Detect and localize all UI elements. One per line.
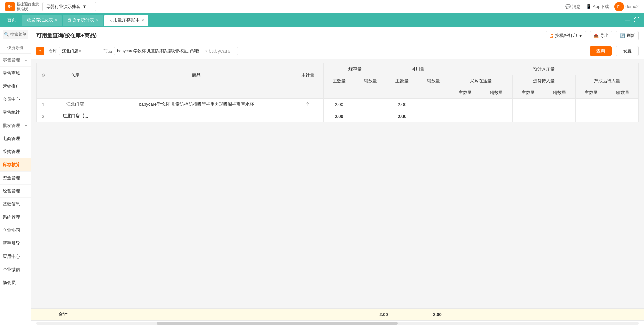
enterprise-selector[interactable]: 母婴行业演示账套 ▼ bbox=[42, 2, 96, 11]
inventory-table: ⚙ 仓库 商品 主计量 现存量 可用量 预计入库量 主数量 辅数量 主数量 辅数… bbox=[36, 63, 639, 122]
message-button[interactable]: 💬 消息 bbox=[565, 4, 581, 10]
tab-available-inventory[interactable]: 可用量库存账本 × bbox=[104, 15, 148, 26]
th-product: 商品 bbox=[101, 63, 292, 87]
sidebar-item-member-center[interactable]: 会员中心 bbox=[0, 93, 31, 106]
warehouse-tag-close-button[interactable]: × bbox=[79, 49, 81, 53]
row-incoming-aux-1 bbox=[544, 99, 576, 110]
footer-current-main: 2.00 bbox=[370, 312, 397, 317]
refresh-button[interactable]: 🔄 刷新 bbox=[616, 31, 639, 40]
print-button[interactable]: 🖨 按模板打印 ▼ bbox=[546, 31, 586, 40]
row-proc-transit-aux-2 bbox=[481, 110, 513, 122]
nav-maximize-button[interactable]: ⛶ bbox=[632, 16, 641, 25]
product-tag-close-button[interactable]: × bbox=[205, 49, 207, 53]
sidebar-item-marketing[interactable]: 营销推广 bbox=[0, 80, 31, 93]
row-proc-transit-main-2 bbox=[449, 110, 481, 122]
row-product-1: babycare学饮杯 儿童防摔防撞吸管杯重力球吸嘴杯宝宝水杯 bbox=[101, 99, 292, 110]
user-profile[interactable]: Ea demo2 bbox=[614, 2, 639, 11]
top-bar: 好 畅捷通好生意 标准版 母婴行业演示账套 ▼ 💬 消息 📱 App下载 Ea … bbox=[0, 0, 644, 13]
query-button[interactable]: 查询 bbox=[590, 46, 612, 56]
th-inc-aux: 辅数量 bbox=[544, 87, 576, 99]
table-row: 2 江北门店【... 2.00 2.00 bbox=[37, 110, 639, 122]
th-available-main-qty: 主数量 bbox=[386, 75, 418, 87]
sidebar-item-member[interactable]: 畅会员 bbox=[0, 276, 31, 289]
row-proc-transit-main-1 bbox=[449, 99, 481, 110]
sidebar-item-purchase-mgmt[interactable]: 采购管理 bbox=[0, 145, 31, 158]
row-unit-1: 个 bbox=[292, 99, 323, 110]
tab-close-available-inventory[interactable]: × bbox=[142, 18, 144, 22]
th-empty-cur-main bbox=[323, 87, 355, 99]
sidebar-item-wholesale-mgmt[interactable]: 批发管理 ▼ bbox=[0, 119, 31, 132]
top-bar-right: 💬 消息 📱 App下载 Ea demo2 bbox=[565, 2, 639, 11]
th-unit: 主计量 bbox=[292, 63, 323, 87]
th-prod-aux: 辅数量 bbox=[607, 87, 639, 99]
sidebar-item-inventory-check[interactable]: 库存核算 bbox=[0, 158, 31, 172]
sidebar-item-retail-mgmt[interactable]: 零售管理 ▲ bbox=[0, 54, 31, 67]
row-num-2: 2 bbox=[37, 110, 50, 122]
settings-button[interactable]: 设置 bbox=[616, 46, 639, 56]
tab-close-order-stats[interactable]: × bbox=[96, 18, 98, 22]
column-settings-icon[interactable]: ⚙ bbox=[41, 73, 45, 78]
header-actions: 🖨 按模板打印 ▼ 📤 导出 🔄 刷新 bbox=[546, 31, 639, 40]
sidebar-search-area: 🔍 搜索菜单 bbox=[0, 27, 31, 42]
th-available-group: 可用量 bbox=[386, 63, 449, 75]
th-proc-main: 主数量 bbox=[449, 87, 481, 99]
th-empty-warehouse bbox=[50, 87, 101, 99]
warehouse-filter-input[interactable]: 江北门店 × ··· bbox=[59, 47, 99, 55]
search-menu-button[interactable]: 🔍 搜索菜单 bbox=[3, 30, 28, 39]
tab-receive-pay[interactable]: 收发存汇总表 × bbox=[22, 15, 62, 26]
horizontal-scrollbar[interactable] bbox=[31, 320, 644, 326]
row-unit-2 bbox=[292, 110, 323, 122]
app-download-button[interactable]: 📱 App下载 bbox=[586, 4, 609, 10]
tab-order-stats[interactable]: 要货单统计表 × bbox=[63, 15, 103, 26]
product-filter: 商品 babycare学饮杯 儿童防摔防撞吸管杯重力球吸嘴杯宝宝水杯 × bab… bbox=[103, 47, 238, 55]
sidebar-item-basic-info[interactable]: 基础信息 bbox=[0, 198, 31, 211]
product-filter-input[interactable]: babycare学饮杯 儿童防摔防撞吸管杯重力球吸嘴杯宝宝水杯 × babyca… bbox=[114, 47, 238, 55]
th-gear: ⚙ bbox=[37, 63, 50, 87]
filter-expand-button[interactable]: » bbox=[36, 47, 44, 55]
dropdown-arrow-icon: ▼ bbox=[82, 4, 87, 9]
footer-label: 合计 bbox=[36, 311, 90, 317]
quick-nav-button[interactable]: 快捷导航 bbox=[0, 42, 31, 54]
app-download-icon: 📱 bbox=[586, 4, 591, 9]
row-num-1: 1 bbox=[37, 99, 50, 110]
th-production-pending-group: 产成品待入量 bbox=[576, 75, 639, 87]
content-area: 可用量查询(按仓库+商品) 🖨 按模板打印 ▼ 📤 导出 🔄 刷新 bbox=[31, 27, 644, 326]
sidebar-item-system-mgmt[interactable]: 系统管理 bbox=[0, 211, 31, 224]
refresh-icon: 🔄 bbox=[620, 33, 625, 38]
warehouse-filter: 仓库 江北门店 × ··· bbox=[48, 47, 99, 55]
sidebar-item-new-guide[interactable]: 新手引导 bbox=[0, 237, 31, 250]
product-tag: babycare学饮杯 儿童防摔防撞吸管杯重力球吸嘴杯宝宝水杯 × bbox=[117, 48, 207, 54]
footer-available-main: 2.00 bbox=[424, 312, 451, 317]
sidebar-item-operation-mgmt[interactable]: 经营管理 bbox=[0, 185, 31, 198]
th-empty-cur-aux bbox=[355, 87, 386, 99]
sidebar-item-retail-stats[interactable]: 零售统计 bbox=[0, 106, 31, 119]
sidebar-item-finance-mgmt[interactable]: 资金管理 bbox=[0, 172, 31, 185]
warehouse-more-button[interactable]: ··· bbox=[83, 48, 87, 54]
row-production-aux-2 bbox=[607, 110, 639, 122]
avatar: Ea bbox=[614, 2, 624, 11]
row-current-aux-1 bbox=[355, 99, 386, 110]
export-button[interactable]: 📤 导出 bbox=[590, 31, 612, 40]
filter-bar: » 仓库 江北门店 × ··· 商品 babycare学饮杯 儿童防摔防撞吸管杯… bbox=[31, 43, 644, 59]
logo-area: 好 畅捷通好生意 标准版 bbox=[5, 2, 39, 11]
nav-minimize-button[interactable]: — bbox=[623, 16, 632, 25]
row-current-main-1: 2.00 bbox=[323, 99, 355, 110]
message-icon: 💬 bbox=[565, 4, 571, 9]
th-inc-main: 主数量 bbox=[513, 87, 544, 99]
row-warehouse-1: 江北门店 bbox=[50, 99, 101, 110]
table-footer: 合计 2.00 2.00 bbox=[31, 308, 644, 320]
page-title: 可用量查询(按仓库+商品) bbox=[36, 32, 97, 39]
scrollbar-thumb[interactable] bbox=[157, 322, 397, 325]
row-available-aux-2 bbox=[418, 110, 449, 122]
sidebar-item-app-center[interactable]: 应用中心 bbox=[0, 250, 31, 263]
th-proc-aux: 辅数量 bbox=[481, 87, 513, 99]
sidebar-item-enterprise-collab[interactable]: 企业协同 bbox=[0, 224, 31, 237]
sidebar-item-ecommerce-mgmt[interactable]: 电商管理 bbox=[0, 132, 31, 145]
app-logo-icon: 好 bbox=[5, 2, 15, 11]
tab-close-receive-pay[interactable]: × bbox=[55, 18, 57, 22]
sidebar-item-enterprise-wechat[interactable]: 企业微信 bbox=[0, 263, 31, 276]
product-more-button[interactable]: babycare··· bbox=[209, 48, 235, 54]
tab-home[interactable]: 首页 bbox=[3, 15, 21, 26]
sidebar-item-retail-mall[interactable]: 零售商城 bbox=[0, 67, 31, 80]
th-incoming-pending-group: 进货待入量 bbox=[513, 75, 576, 87]
